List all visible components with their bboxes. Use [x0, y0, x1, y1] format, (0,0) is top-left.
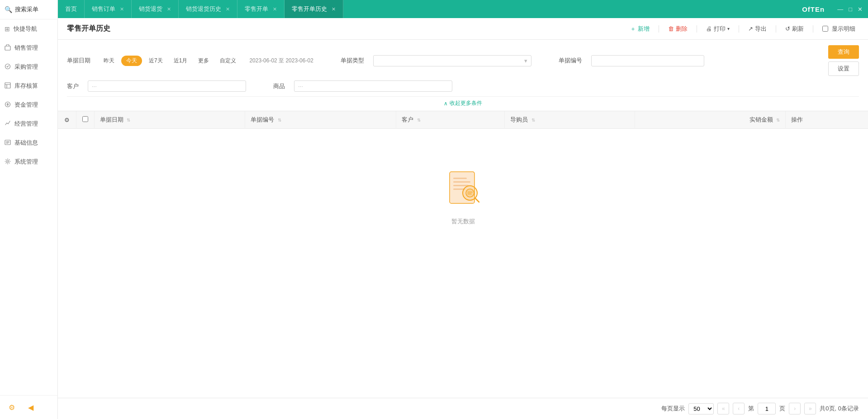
th-customer[interactable]: 客户 ⇅ — [396, 111, 505, 129]
divider3 — [739, 25, 739, 33]
show-detail-checkbox[interactable] — [822, 26, 828, 32]
date-today-btn[interactable]: 今天 — [121, 56, 142, 66]
top-navigation: 首页 销售订单 ✕ 销货退货 ✕ 销货退货历史 ✕ 零售开单 ✕ 零售开单历史 … — [58, 0, 868, 18]
window-close[interactable]: ✕ — [858, 6, 863, 13]
th-action-label: 操作 — [791, 116, 803, 123]
tab-sales-return-history[interactable]: 销货退货历史 ✕ — [179, 0, 237, 18]
salesperson-sort-icon: ⇅ — [531, 118, 535, 122]
tab-sales-return-close[interactable]: ✕ — [167, 6, 171, 12]
tab-sales-return-history-label: 销货退货历史 — [186, 5, 221, 13]
filter-row-1: 单据日期 昨天 今天 近7天 近1月 更多 自定义 2023-06-02 至 2… — [67, 45, 859, 76]
filter-setting-button[interactable]: 设置 — [828, 61, 859, 76]
sidebar-item-basic-info[interactable]: 基础信息 — [0, 133, 57, 152]
current-page-input[interactable] — [758, 403, 776, 414]
tab-retail-open[interactable]: 零售开单 ✕ — [237, 0, 285, 18]
tab-retail-history-close[interactable]: ✕ — [332, 6, 336, 12]
sidebar-item-sales-mgmt[interactable]: 销售管理 — [0, 38, 57, 57]
tab-sales-order-label: 销售订单 — [92, 5, 115, 13]
customer-select[interactable]: ··· — [88, 80, 246, 92]
tab-sales-order[interactable]: 销售订单 ✕ — [85, 0, 132, 18]
export-button[interactable]: ↗ 导出 — [745, 23, 770, 35]
svg-rect-7 — [453, 178, 467, 179]
th-settings[interactable]: ⚙ — [58, 111, 76, 129]
date-1month-btn[interactable]: 近1月 — [170, 56, 192, 66]
show-detail-button[interactable]: 显示明细 — [819, 23, 859, 35]
collapse-sidebar-btn[interactable]: ◀ — [24, 400, 38, 414]
doc-no-label: 单据编号 — [559, 56, 582, 65]
per-page-select[interactable]: 10 20 50 100 — [688, 403, 714, 414]
print-button[interactable]: 🖨 打印 ▾ — [702, 23, 733, 35]
doc-type-arrow-icon: ▾ — [524, 57, 527, 64]
export-label: 导出 — [755, 25, 767, 33]
tab-sales-order-close[interactable]: ✕ — [120, 6, 124, 12]
svg-rect-9 — [453, 185, 469, 186]
window-maximize[interactable]: □ — [849, 6, 852, 13]
date-more-btn[interactable]: 更多 — [194, 56, 213, 66]
tab-retail-history[interactable]: 零售开单历史 ✕ — [285, 0, 343, 18]
doc-type-select[interactable]: ▾ — [373, 55, 531, 66]
sidebar-item-operations[interactable]: 经营管理 — [0, 114, 57, 133]
settings-gear-btn[interactable]: ⚙ — [5, 400, 19, 414]
search-icon: 🔍 — [5, 6, 12, 13]
sidebar-item-label: 经营管理 — [14, 120, 38, 128]
next-page-btn[interactable]: › — [789, 403, 801, 414]
collapse-filter-btn[interactable]: ∧ 收起更多条件 — [444, 99, 482, 107]
sidebar-item-label: 基础信息 — [14, 139, 38, 147]
sidebar-item-inventory[interactable]: 库存核算 — [0, 76, 57, 95]
no-sort-icon: ⇅ — [278, 118, 281, 122]
select-all-checkbox[interactable] — [82, 116, 88, 122]
add-button[interactable]: ＋ 新增 — [626, 23, 653, 35]
column-settings-icon[interactable]: ⚙ — [64, 117, 70, 123]
tab-sales-return[interactable]: 销货退货 ✕ — [132, 0, 179, 18]
data-table: ⚙ 单据日期 ⇅ 单据编号 ⇅ 客户 ⇅ — [58, 111, 868, 262]
window-minimize[interactable]: — — [837, 6, 843, 13]
tab-sales-return-history-close[interactable]: ✕ — [226, 6, 230, 12]
th-salesperson-label: 导购员 — [510, 116, 528, 123]
query-button[interactable]: 查询 — [828, 45, 859, 59]
svg-point-5 — [7, 160, 9, 162]
doc-no-input[interactable] — [591, 55, 704, 66]
tab-retail-open-close[interactable]: ✕ — [273, 6, 277, 12]
th-amount[interactable]: 实销金额 ⇅ — [635, 111, 786, 129]
date-custom-btn[interactable]: 自定义 — [216, 56, 240, 66]
divider5 — [813, 25, 813, 33]
date-sort-icon: ⇅ — [127, 118, 130, 122]
prev-page-btn[interactable]: ‹ — [733, 403, 745, 414]
last-page-btn[interactable]: » — [804, 403, 816, 414]
collapse-up-icon: ∧ — [444, 100, 448, 107]
th-salesperson[interactable]: 导购员 ⇅ — [505, 111, 635, 129]
customer-sort-icon: ⇅ — [417, 118, 421, 122]
svg-point-12 — [466, 189, 474, 197]
finance-icon — [5, 101, 11, 109]
filter-row-2: 客户 ··· 商品 ··· — [67, 80, 859, 92]
svg-rect-2 — [5, 83, 10, 88]
tab-home[interactable]: 首页 — [58, 0, 85, 18]
first-page-btn[interactable]: « — [717, 403, 729, 414]
th-checkbox[interactable] — [76, 111, 94, 129]
sidebar-item-finance[interactable]: 资金管理 — [0, 95, 57, 114]
tab-retail-open-label: 零售开单 — [245, 5, 268, 13]
sidebar-item-purchase-mgmt[interactable]: 采购管理 — [0, 57, 57, 76]
inventory-icon — [5, 82, 11, 90]
divider2 — [697, 25, 697, 33]
sidebar-item-quick-nav[interactable]: ⊞ 快捷导航 — [0, 19, 57, 38]
empty-icon — [441, 165, 486, 210]
goods-select[interactable]: ··· — [294, 80, 452, 92]
th-amount-label: 实销金额 — [749, 116, 773, 123]
sidebar-item-label: 系统管理 — [14, 158, 38, 166]
th-no[interactable]: 单据编号 ⇅ — [245, 111, 396, 129]
th-date-label: 单据日期 — [100, 116, 123, 123]
date-quick-buttons: 昨天 今天 近7天 近1月 更多 自定义 — [100, 56, 240, 66]
delete-button[interactable]: 🗑 删除 — [664, 23, 691, 35]
date-yesterday-btn[interactable]: 昨天 — [100, 56, 119, 66]
refresh-label: 刷新 — [792, 25, 804, 33]
print-icon: 🖨 — [706, 25, 712, 32]
th-date[interactable]: 单据日期 ⇅ — [94, 111, 245, 129]
sidebar-item-sys-mgmt[interactable]: 系统管理 — [0, 152, 57, 171]
sidebar-search[interactable]: 🔍 搜索采单 — [0, 0, 57, 19]
sales-icon — [5, 44, 11, 52]
date-7days-btn[interactable]: 近7天 — [145, 56, 167, 66]
doc-type-label: 单据类型 — [341, 56, 364, 65]
goods-placeholder: ··· — [298, 83, 303, 89]
refresh-button[interactable]: ↺ 刷新 — [782, 23, 807, 35]
